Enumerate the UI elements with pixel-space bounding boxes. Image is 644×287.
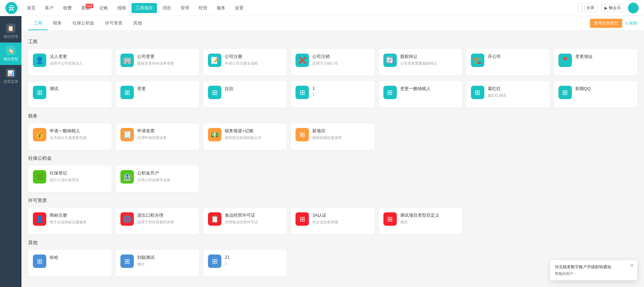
ceshi-xuke-desc: 测试 [400, 220, 458, 225]
card-qianqiQQ[interactable]: ⊞ 前期QQ [554, 81, 637, 108]
card-gongjijin[interactable]: 🏦 公积金开户 办理公积金相关业务 [116, 165, 199, 192]
card-kaigongsi[interactable]: 🏗️ 开公司 [466, 49, 550, 76]
card-shuiwu-baodao[interactable]: 💵 税务报道+记账 拿到营业执照的新公司 [203, 123, 287, 150]
kaigongsi-name: 开公司 [488, 54, 545, 60]
nav-business[interactable]: 经营 [195, 3, 211, 13]
nav-home[interactable]: 首页 [23, 3, 40, 13]
card-fazhan[interactable]: 👤 法人变更 适用于公司变更法人 [28, 49, 112, 76]
gehonghong-name: 葛红红 [488, 86, 545, 92]
fullscreen-button[interactable]: ⛶ 全屏 [578, 4, 597, 12]
biangeng-yiban-icon: ⊞ [383, 86, 397, 99]
top-nav: 云 首页 客户 收费 票据 new 记账 报税 工商项目 消息 管理 经营 服务… [0, 0, 644, 16]
shebao-dengji-icon: 🌿 [33, 170, 46, 184]
section-title-xuke: 许可资质 [28, 198, 637, 204]
refresh-button[interactable]: ↻ 刷新 [625, 20, 637, 26]
gongsi-zhuxiao-desc: 适用于注销公司 [312, 61, 370, 66]
nav-bookkeeping[interactable]: 记账 [95, 3, 112, 13]
nav-items: 首页 客户 收费 票据 new 记账 报税 工商项目 消息 管理 经营 服务 设… [23, 3, 578, 13]
tab-qita[interactable]: 其他 [128, 17, 147, 30]
card-shenqing-fapiao[interactable]: 🧾 申请发票 办理申请发票业务 [116, 123, 199, 150]
guquan-name: 股权转让 [400, 54, 458, 60]
shenqing-yiban-icon: 💰 [33, 128, 46, 141]
shuiwu-baodao-desc: 拿到营业执照的新公司 [225, 135, 282, 140]
card-one[interactable]: ⊞ 1 1 [291, 81, 374, 108]
nav-message[interactable]: 消息 [158, 3, 175, 13]
logo: 云 [5, 2, 17, 14]
card-21[interactable]: ⊞ 21 1 [203, 250, 287, 277]
nav-fee[interactable]: 收费 [59, 3, 76, 13]
shenqing-yiban-name: 申请一般纳税人 [50, 128, 107, 134]
card-shangbiao[interactable]: 👤 商标注册 用于企业商标注册服务 [28, 208, 112, 234]
tab-shuiwu[interactable]: 税务 [48, 17, 67, 30]
nav-manage[interactable]: 管理 [176, 3, 193, 13]
gongsi-biangeng-icon: 🏢 [120, 54, 134, 67]
nav-customer[interactable]: 客户 [41, 3, 58, 13]
member-button[interactable]: ▶ 畅会员 [601, 4, 624, 12]
nav-tax[interactable]: 报税 [113, 3, 130, 13]
ceshi-xuke-name: 测试项目类型目定义 [400, 212, 458, 218]
ceshi-icon: ⊞ [33, 86, 46, 99]
guquan-icon: 🔄 [383, 54, 397, 67]
nav-ticket[interactable]: 票据 new [77, 3, 94, 13]
shenqing-fapiao-icon: 🧾 [120, 128, 134, 141]
notification-title: 河北税务数字账户升级影响通知 [555, 264, 633, 270]
shipin-desc: 办理食品经营许可证 [225, 220, 282, 225]
card-ceshi[interactable]: ⊞ 测试 [28, 81, 112, 108]
shangbiao-name: 商标注册 [50, 212, 107, 218]
gongshang-cards-row1: 👤 法人变更 适用于公司变更法人 🏢 公司变更 股权变更外的业务变更 📝 公司注… [28, 49, 637, 76]
card-shipin[interactable]: 📋 食品经营许可证 办理食品经营许可证 [203, 208, 287, 234]
qianqiQQ-name: 前期QQ [575, 86, 633, 92]
card-biangeng-yiban[interactable]: ⊞ 变更一般纳税人 [379, 81, 462, 108]
nav-right: ⛶ 全屏 ▶ 畅会员 [578, 3, 639, 13]
gongshang-cards-row2: ⊞ 测试 ⊞ 变更 ⊞ 拉拉 ⊞ [28, 81, 637, 108]
gongsi-zhuxiao-icon: ❌ [296, 54, 309, 67]
card-haha[interactable]: ⊞ 哈哈 [28, 250, 112, 277]
ceshi-name: 测试 [50, 86, 107, 92]
xin-xiangmu-icon: ⊞ [296, 128, 309, 141]
sidebar-item-progress[interactable]: 📊 进度监测 [0, 65, 21, 87]
3a-desc: 对企业信誉评级 [312, 220, 370, 225]
tab-xuke[interactable]: 许可资质 [100, 17, 128, 30]
card-gongsi-zhuxiao[interactable]: ❌ 公司注销 适用于注销公司 [291, 49, 374, 76]
fazhan-icon: 👤 [33, 54, 46, 67]
card-lala[interactable]: ⊞ 拉拉 [203, 81, 287, 108]
card-gehonghong[interactable]: ⊞ 葛红红 葛红红测试 [466, 81, 550, 108]
card-shebao-dengji[interactable]: 🌿 社保登记 进行人员社保登记 [28, 165, 112, 192]
gehonghong-icon: ⊞ [471, 86, 484, 99]
fazhan-desc: 适用于公司变更法人 [50, 61, 107, 66]
tab-gongshang[interactable]: 工商 [28, 17, 48, 30]
card-shenqing-yiban[interactable]: 💰 申请一般纳税人 当月或次月成变更完成 [28, 123, 112, 150]
one-icon: ⊞ [296, 86, 309, 99]
shenqing-yiban-desc: 当月或次月成变更完成 [50, 135, 107, 140]
sidebar-item-project-manage[interactable]: 📋 项目管理 [0, 20, 21, 43]
ceshi-xuke-icon: ⊞ [383, 212, 397, 226]
biangeng-icon: ⊞ [120, 86, 134, 99]
add-type-button[interactable]: 新增业务类型 [590, 19, 622, 28]
jinchukou-name: 进出口权办理 [137, 212, 195, 218]
avatar[interactable] [628, 3, 639, 13]
card-gongsi-biangeng[interactable]: 🏢 公司变更 股权变更外的业务变更 [116, 49, 199, 76]
notification-body: 尊敬的用户： [555, 271, 633, 276]
card-liucong[interactable]: ⊞ 刘聪测试 测试 [116, 250, 199, 277]
card-biangengdizhi[interactable]: 📍 变更地址 [554, 49, 637, 76]
tab-shebao[interactable]: 社保公积金 [67, 17, 100, 30]
card-guquan[interactable]: 🔄 股权转让 公司变更需要股权转让 [379, 49, 462, 76]
kaigongsi-icon: 🏗️ [471, 54, 484, 67]
card-3a[interactable]: ⊞ 3A认证 对企业信誉评级 [291, 208, 374, 234]
shipin-icon: 📋 [208, 212, 221, 226]
notification-close-button[interactable]: ✕ [630, 263, 634, 268]
sidebar-item-project-type[interactable]: 🏷️ 项目类型 [0, 43, 21, 65]
nav-service[interactable]: 服务 [213, 3, 229, 13]
section-title-shebao: 社保公积金 [28, 155, 637, 161]
card-jinchukou[interactable]: 🌐 进出口权办理 适用于对外贸易经营者 [116, 208, 199, 234]
nav-industrial[interactable]: 工商项目 [131, 3, 157, 13]
card-gongsi-zhuce[interactable]: 📝 公司注册 申请公司注册全流程 [203, 49, 287, 76]
shebao-cards: 🌿 社保登记 进行人员社保登记 🏦 公积金开户 办理公积金相关业务 [28, 165, 637, 192]
refresh-icon: ↻ [625, 21, 628, 26]
card-biangeng[interactable]: ⊞ 变更 [116, 81, 199, 108]
shuiwu-baodao-name: 税务报道+记账 [225, 128, 282, 134]
card-xin-xiangmu[interactable]: ⊞ 新项目 报税加税控盘保管 [291, 123, 374, 150]
shenqing-fapiao-name: 申请发票 [137, 128, 195, 134]
card-ceshi-xuke[interactable]: ⊞ 测试项目类型目定义 测试 [379, 208, 462, 234]
nav-settings[interactable]: 设置 [231, 3, 248, 13]
